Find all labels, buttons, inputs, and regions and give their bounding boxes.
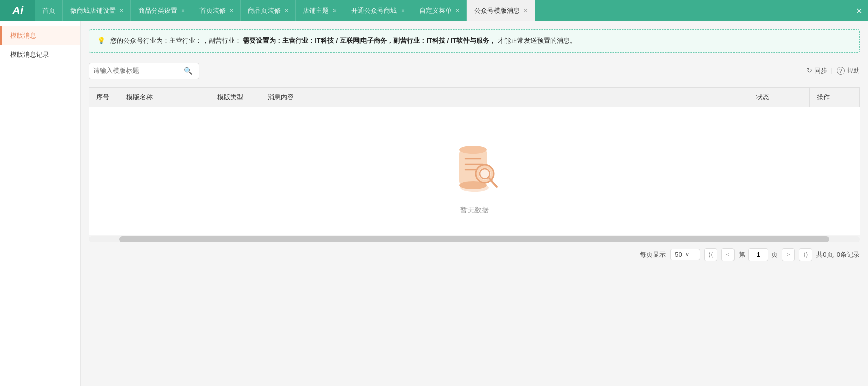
sidebar: 模版消息 模版消息记录 (0, 21, 81, 386)
table-header: 序号 模版名称 模版类型 消息内容 状态 操作 (89, 87, 860, 107)
nav-tab-store-settings-label: 微商城店铺设置 (70, 6, 116, 15)
action-divider: | (831, 67, 833, 74)
prev-page-icon: ＜ (725, 250, 731, 259)
nav-close-all-button[interactable]: ✕ (850, 0, 868, 21)
help-label: 帮助 (847, 66, 860, 75)
nav-tab-store-settings[interactable]: 微商城店铺设置 × (63, 0, 131, 21)
notice-highlight: 需要设置为：主营行业：IT科技 / 互联网|电子商务，副营行业：IT科技 / I… (243, 37, 496, 44)
col-header-status: 状态 (749, 87, 810, 107)
search-icon[interactable]: 🔍 (184, 67, 192, 75)
svg-point-2 (459, 146, 487, 154)
nav-tab-close-store-settings[interactable]: × (120, 8, 123, 14)
col-header-name: 模版名称 (119, 87, 210, 107)
top-nav: Ai 首页 微商城店铺设置 × 商品分类设置 × 首页装修 × 商品页装修 × … (0, 0, 868, 21)
nav-tab-home-decoration-label: 首页装修 (199, 6, 226, 15)
col-header-type: 模版类型 (210, 87, 260, 107)
notice-icon: 💡 (97, 37, 105, 44)
page-label-pre: 第 (739, 250, 745, 259)
nav-tabs: 首页 微商城店铺设置 × 商品分类设置 × 首页装修 × 商品页装修 × 店铺主… (35, 0, 850, 21)
nav-tab-category-settings[interactable]: 商品分类设置 × (131, 0, 192, 21)
search-input-wrap[interactable]: 🔍 (89, 63, 199, 79)
horizontal-scrollbar[interactable] (89, 236, 860, 242)
total-info: 共0页, 0条记录 (816, 250, 860, 259)
first-page-icon: ⟨⟨ (708, 251, 713, 258)
last-page-button[interactable]: ⟩⟩ (799, 248, 812, 261)
search-bar: 🔍 ↻ 同步 | ? 帮助 (89, 63, 860, 79)
next-page-button[interactable]: ＞ (782, 248, 795, 261)
nav-tab-close-home-decoration[interactable]: × (230, 8, 233, 14)
data-table: 序号 模版名称 模版类型 消息内容 状态 操作 (89, 87, 860, 235)
nav-tab-home[interactable]: 首页 (35, 0, 63, 21)
help-icon: ? (837, 67, 845, 75)
nav-tab-template-msg[interactable]: 公众号模版消息 × (467, 0, 535, 21)
nav-tab-store-theme[interactable]: 店铺主题 × (296, 0, 344, 21)
search-input[interactable] (93, 67, 184, 74)
page-input-group: 第 页 (739, 248, 778, 261)
empty-state-icon (444, 137, 505, 198)
pagination: 每页显示 50 ∨ ⟨⟨ ＜ 第 页 ＞ ⟩⟩ 共0页, 0条记录 (89, 242, 860, 267)
page-label-suf: 页 (771, 250, 778, 259)
col-header-action: 操作 (810, 87, 860, 107)
sync-icon: ↻ (807, 67, 812, 74)
sync-button[interactable]: ↻ 同步 (807, 66, 827, 75)
help-button[interactable]: ? 帮助 (837, 66, 860, 75)
sidebar-item-template-msg-record-label: 模版消息记录 (10, 51, 49, 58)
page-size-select[interactable]: 50 ∨ (670, 249, 700, 260)
nav-tab-home-decoration[interactable]: 首页装修 × (192, 0, 241, 21)
next-page-icon: ＞ (785, 250, 791, 259)
nav-tab-close-template-msg[interactable]: × (524, 8, 527, 14)
prev-page-button[interactable]: ＜ (721, 248, 735, 261)
empty-state-row: 暂无数据 (89, 107, 860, 235)
empty-text: 暂无数据 (89, 206, 860, 215)
sidebar-item-template-msg[interactable]: 模版消息 (0, 26, 80, 45)
nav-tab-category-settings-label: 商品分类设置 (138, 6, 177, 15)
nav-tab-close-category-settings[interactable]: × (181, 8, 185, 14)
col-header-index: 序号 (89, 87, 119, 107)
page-size-label: 每页显示 (640, 250, 666, 259)
nav-tab-custom-menu-label: 自定义菜单 (419, 6, 452, 15)
nav-tab-template-msg-label: 公众号模版消息 (474, 6, 520, 15)
nav-tab-close-open-mall[interactable]: × (401, 8, 405, 14)
nav-tab-product-decoration[interactable]: 商品页装修 × (241, 0, 296, 21)
first-page-button[interactable]: ⟨⟨ (704, 248, 717, 261)
nav-tab-store-theme-label: 店铺主题 (303, 6, 329, 15)
content-area: 💡 您的公众号行业为：主营行业：，副营行业： 需要设置为：主营行业：IT科技 /… (81, 21, 868, 386)
sidebar-item-template-msg-label: 模版消息 (10, 32, 36, 39)
last-page-icon: ⟩⟩ (803, 251, 808, 258)
nav-tab-close-custom-menu[interactable]: × (456, 8, 459, 14)
table-body: 暂无数据 (89, 107, 860, 235)
notice-prefix: 您的公众号行业为：主营行业：，副营行业： (110, 37, 241, 44)
col-header-content: 消息内容 (260, 87, 749, 107)
nav-tab-custom-menu[interactable]: 自定义菜单 × (412, 0, 467, 21)
table-header-row: 序号 模版名称 模版类型 消息内容 状态 操作 (89, 87, 860, 107)
nav-tab-open-mall[interactable]: 开通公众号商城 × (344, 0, 412, 21)
page-size-value: 50 (675, 251, 682, 258)
search-actions: ↻ 同步 | ? 帮助 (807, 66, 860, 75)
nav-tab-close-store-theme[interactable]: × (333, 8, 337, 14)
page-size-dropdown-icon: ∨ (685, 251, 689, 258)
sidebar-item-template-msg-record[interactable]: 模版消息记录 (0, 45, 80, 64)
nav-tab-open-mall-label: 开通公众号商城 (351, 6, 397, 15)
app-logo: Ai (0, 0, 35, 21)
sync-label: 同步 (814, 66, 827, 75)
nav-tab-home-label: 首页 (42, 6, 55, 15)
main-layout: 模版消息 模版消息记录 💡 您的公众号行业为：主营行业：，副营行业： 需要设置为… (0, 21, 868, 386)
scrollbar-thumb (119, 236, 829, 242)
nav-tab-close-product-decoration[interactable]: × (285, 8, 288, 14)
notice-banner: 💡 您的公众号行业为：主营行业：，副营行业： 需要设置为：主营行业：IT科技 /… (89, 29, 860, 53)
empty-state: 暂无数据 (89, 107, 860, 235)
nav-tab-product-decoration-label: 商品页装修 (248, 6, 281, 15)
page-number-input[interactable] (748, 248, 768, 261)
notice-suffix: 才能正常发送预置的消息。 (498, 37, 576, 44)
